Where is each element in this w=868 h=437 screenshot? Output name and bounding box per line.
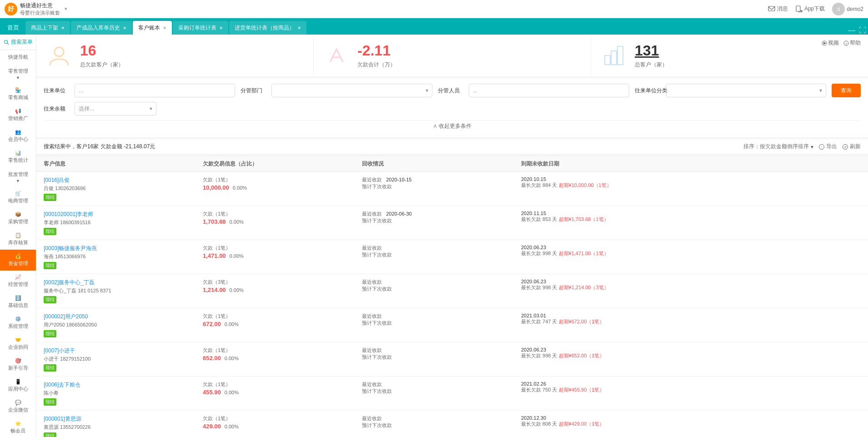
debt-percent: 0.00% [230,253,244,259]
overdue-link[interactable]: 超期¥1,471.00（1笔） [559,251,609,256]
overdue-link[interactable]: 超期¥672.00（1笔） [559,319,605,324]
debt-amount: 455.90 [203,389,221,396]
customer-cell: [0002]服务中心_丁磊 服务中心_丁磊 181 0125 8371 现结 [44,279,203,303]
overdue-link[interactable]: 超期¥652.00（1笔） [559,353,605,358]
tab-production-history[interactable]: 产成品入库单历史 ✕ [71,21,132,35]
svg-rect-0 [768,6,775,11]
chevron-down-icon: ▼ [16,75,20,80]
overdue-cell: 2020.06.23 最长欠款 998 天 超期¥1,214.00（3笔） [521,279,861,291]
unit-category-select[interactable]: ▾ [666,84,826,97]
sidebar-item-purchase[interactable]: 📦 采购管理 [0,208,36,229]
customer-id-link[interactable]: [0006]去下粮仓 [44,381,203,389]
customer-id-link[interactable]: [0002]服务中心_丁磊 [44,279,203,286]
minimize-icon[interactable]: — [848,26,855,35]
debt-cell: 欠款（3笔） 1,214.00 0.00% [203,279,362,293]
close-icon[interactable]: ✕ [163,25,166,30]
sort-selector[interactable]: 排序：按欠款金额倒序排序 ▾ [743,143,813,151]
search-menu[interactable]: 搜索菜单 [0,35,36,50]
collapse-bar[interactable]: ∧ 收起更多条件 [44,120,861,132]
customer-phone: 陈小希 [44,390,203,397]
sidebar-item-batch-mgmt[interactable]: 批发管理 ▼ [0,167,36,187]
customer-id-link[interactable]: [000002]用户2050 [44,313,203,321]
chevron-down-icon-balance: ▾ [150,105,152,112]
table-row: [0002]服务中心_丁磊 服务中心_丁磊 181 0125 8371 现结 欠… [36,274,868,308]
tab-home[interactable]: 首页 [2,21,25,35]
help-action[interactable]: ? 帮助 [843,39,861,47]
subtitle-dropdown[interactable]: ▾ [65,6,67,12]
debt-amount-value: -2.11 [357,42,396,59]
refresh-button[interactable]: ↺ 刷新 [843,143,861,151]
overdue-link[interactable]: 超期¥1,703.68（1笔） [559,216,609,222]
overdue-cell: 2020.12.30 最长欠款 808 天 超期¥429.00（1笔） [521,415,861,427]
sidebar-item-operations[interactable]: 📈 经营管理 [0,271,36,291]
next-collection: 预计下次收款 [362,354,521,361]
stat-card-total-customers: 视频 ? 帮助 131 总客户（家） [591,35,868,76]
close-icon[interactable]: ✕ [123,25,126,30]
debt-amount: 1,471.00 [203,252,226,259]
overdue-link[interactable]: 超期¥429.00（1笔） [559,421,605,427]
customer-id-link[interactable]: [0003]畅捷服务尹海燕 [44,245,203,252]
sidebar-item-vip[interactable]: ⭐ 畅会员 [0,417,36,437]
manager-input[interactable]: ... [469,84,629,97]
system-icon: ⚙️ [15,316,21,322]
sidebar-item-ecommerce[interactable]: 🛒 电商管理 [0,187,36,208]
tab-products-listing[interactable]: 商品上下架 ✕ [25,21,70,35]
tab-customer-ledger[interactable]: 客户账本 ✕ [133,21,172,35]
overdue-link[interactable]: 超期¥10,000.00（1笔） [559,182,612,188]
overdue-days: 最长欠款 808 天 [521,421,557,427]
filter-manager: 分管人员 ... [438,84,629,97]
last-collection: 最近收款 [362,347,521,354]
sidebar-item-quick-nav[interactable]: 快捷导航 [0,50,36,64]
customer-id-link[interactable]: [0016]吕俊 [44,176,203,184]
export-button[interactable]: ↑ 导出 [819,143,837,151]
sidebar-item-retail-stats[interactable]: 📊 零售统计 [0,146,36,167]
dept-label: 分管部门 [241,87,268,95]
sidebar-item-retail-mgmt[interactable]: 零售管理 ▼ [0,64,36,84]
logo-icon: 好 [5,3,17,15]
close-icon[interactable]: ✕ [297,25,301,30]
sidebar-item-enterprise[interactable]: 🤝 企业协同 [0,333,36,354]
customer-id-link[interactable]: [0007]小进干 [44,347,203,355]
user-avatar[interactable]: d demo2 [832,3,863,15]
overdue-cell: 2020.06.23 最长欠款 998 天 超期¥652.00（1笔） [521,347,861,359]
query-button[interactable]: 查询 [832,84,861,97]
message-icon[interactable]: 消息 [768,5,788,13]
sidebar-item-finance[interactable]: 💰 资金管理 [0,250,36,271]
maximize-icon[interactable]: ⛶ [859,26,866,35]
tab-purchase-stats[interactable]: 采购订单统计表 ✕ [173,21,228,35]
video-action[interactable]: 视频 [822,39,839,47]
from-unit-input[interactable]: ... [75,84,235,97]
overdue-link[interactable]: 超期¥455.90（1笔） [559,387,605,392]
close-icon[interactable]: ✕ [61,25,65,30]
overdue-link[interactable]: 超期¥1,214.00（3笔） [559,285,609,290]
debt-cell: 欠款（1笔） 672.00 0.00% [203,313,362,327]
balance-select[interactable]: 选择... ▾ [75,102,156,116]
overdue-days: 最长欠款 750 天 [521,387,557,392]
sidebar-item-basic-info[interactable]: ℹ️ 基础信息 [0,291,36,312]
batch-mgmt-label: 批发管理 [8,171,28,178]
sidebar-item-app-center[interactable]: 📱 应用中心 [0,375,36,396]
main-layout: 搜索菜单 快捷导航 零售管理 ▼ 🏪 零售商城 📢 营销推广 👥 会员中心 📊 … [0,35,868,437]
customer-id-link[interactable]: [0001020001]李老师 [44,211,203,218]
sidebar-item-retail-mall[interactable]: 🏪 零售商城 [0,84,36,105]
customer-id-link[interactable]: [000001]黄思源 [44,415,203,423]
sidebar-item-system[interactable]: ⚙️ 系统管理 [0,312,36,333]
sidebar-item-inventory[interactable]: 📋 库存核算 [0,229,36,250]
next-collection: 预计下次收款 [362,251,521,258]
basic-info-icon: ℹ️ [15,295,21,301]
sidebar-item-wechat[interactable]: 💬 企业微信 [0,396,36,417]
sidebar-item-newbie[interactable]: 🎯 新手引导 [0,354,36,375]
debt-amount: 652.00 [203,355,221,362]
debt-count: 欠款（1笔） [203,313,231,320]
sidebar-item-marketing[interactable]: 📢 营销推广 [0,105,36,126]
debt-cell: 欠款（1笔） 10,000.00 0.00% [203,176,362,191]
dept-select[interactable]: ▾ [271,84,432,97]
enterprise-icon: 🤝 [15,337,21,343]
col-customer-info: 客户信息 [44,160,203,168]
debt-amount: 1,703.68 [203,218,226,225]
tab-incoming-stats[interactable]: 进货单统计表（按商品） ✕ [229,21,306,35]
sidebar-item-members[interactable]: 👥 会员中心 [0,126,36,146]
close-icon[interactable]: ✕ [219,25,223,30]
app-download[interactable]: App下载 [795,5,825,13]
next-collection: 预计下次收款 [362,183,521,190]
